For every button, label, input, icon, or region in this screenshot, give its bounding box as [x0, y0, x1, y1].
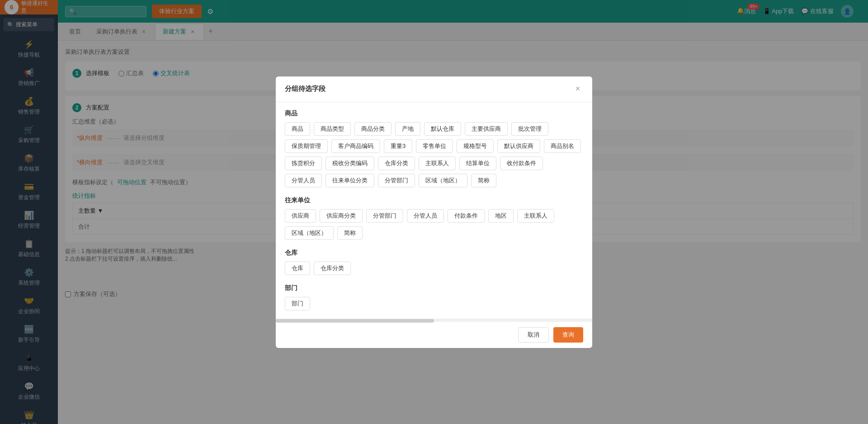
modal-close-button[interactable]: ×: [572, 84, 583, 95]
modal-footer: 取消 查询: [276, 321, 592, 348]
goods-field-tags: 商品商品类型商品分类产地默认仓库主要供应商批次管理保质期管理客户商品编码重量3零…: [285, 122, 583, 187]
field-tag[interactable]: 默认供应商: [497, 139, 540, 153]
field-tag[interactable]: 仓库分类: [378, 157, 415, 170]
field-tag[interactable]: 规格型号: [457, 139, 494, 153]
modal-header: 分组待选字段 ×: [276, 76, 592, 102]
field-tag[interactable]: 分管部门: [366, 209, 403, 223]
field-tag[interactable]: 收付款条件: [500, 157, 543, 170]
section-department: 部门 部门: [285, 284, 583, 310]
field-tag[interactable]: 仓库: [285, 262, 310, 275]
section-goods-title: 商品: [285, 110, 583, 118]
field-tag[interactable]: 重量3: [384, 139, 412, 153]
field-tag[interactable]: 主联系人: [517, 209, 554, 223]
section-partner: 往来单位 供应商供应商分类分管部门分管人员付款条件地区主联系人区域（地区）简称: [285, 196, 583, 240]
field-tag[interactable]: 主要供应商: [465, 122, 508, 136]
modal-title: 分组待选字段: [285, 85, 326, 93]
field-tag[interactable]: 付款条件: [448, 209, 485, 223]
section-department-title: 部门: [285, 284, 583, 292]
partner-field-tags: 供应商供应商分类分管部门分管人员付款条件地区主联系人区域（地区）简称: [285, 209, 583, 240]
field-tag[interactable]: 商品分类: [354, 122, 392, 136]
field-tag[interactable]: 批次管理: [511, 122, 548, 136]
field-tag[interactable]: 分管人员: [407, 209, 444, 223]
field-tag[interactable]: 结算单位: [459, 157, 496, 170]
section-warehouse: 仓库 仓库仓库分类: [285, 249, 583, 275]
field-tag[interactable]: 零售单位: [416, 139, 453, 153]
department-field-tags: 部门: [285, 297, 583, 310]
field-tag[interactable]: 产地: [395, 122, 420, 136]
field-tag[interactable]: 部门: [285, 297, 310, 310]
modal-body[interactable]: 商品 商品商品类型商品分类产地默认仓库主要供应商批次管理保质期管理客户商品编码重…: [276, 102, 592, 319]
field-tag[interactable]: 区域（地区）: [419, 174, 467, 187]
field-tag[interactable]: 拣货积分: [285, 157, 322, 170]
field-tag[interactable]: 税收分类编码: [326, 157, 374, 170]
field-tag[interactable]: 仓库分类: [314, 262, 351, 275]
field-tag[interactable]: 默认仓库: [424, 122, 461, 136]
field-tag[interactable]: 分管人员: [285, 174, 322, 187]
field-tag[interactable]: 商品: [285, 122, 310, 136]
field-tag[interactable]: 客户商品编码: [331, 139, 380, 153]
section-warehouse-title: 仓库: [285, 249, 583, 257]
hscroll-thumb[interactable]: [276, 319, 434, 323]
cancel-button[interactable]: 取消: [518, 327, 549, 343]
field-tag[interactable]: 区域（地区）: [285, 226, 334, 240]
field-tag[interactable]: 商品别名: [544, 139, 581, 153]
field-tag[interactable]: 地区: [488, 209, 514, 223]
section-partner-title: 往来单位: [285, 196, 583, 205]
modal-hscrollbar[interactable]: [276, 319, 592, 321]
warehouse-field-tags: 仓库仓库分类: [285, 262, 583, 275]
field-tag[interactable]: 商品类型: [314, 122, 351, 136]
field-tag[interactable]: 分管部门: [378, 174, 415, 187]
field-tag[interactable]: 供应商: [285, 209, 316, 223]
field-tag[interactable]: 保质期管理: [285, 139, 328, 153]
field-tag[interactable]: 往来单位分类: [326, 174, 374, 187]
confirm-button[interactable]: 查询: [553, 327, 583, 343]
modal-overlay: 分组待选字段 × 商品 商品商品类型商品分类产地默认仓库主要供应商批次管理保质期…: [0, 0, 868, 424]
section-goods: 商品 商品商品类型商品分类产地默认仓库主要供应商批次管理保质期管理客户商品编码重…: [285, 110, 583, 187]
field-tag[interactable]: 简称: [471, 174, 496, 187]
field-selection-modal: 分组待选字段 × 商品 商品商品类型商品分类产地默认仓库主要供应商批次管理保质期…: [276, 76, 592, 348]
field-tag[interactable]: 供应商分类: [320, 209, 363, 223]
field-tag[interactable]: 主联系人: [419, 157, 456, 170]
field-tag[interactable]: 简称: [337, 226, 363, 240]
